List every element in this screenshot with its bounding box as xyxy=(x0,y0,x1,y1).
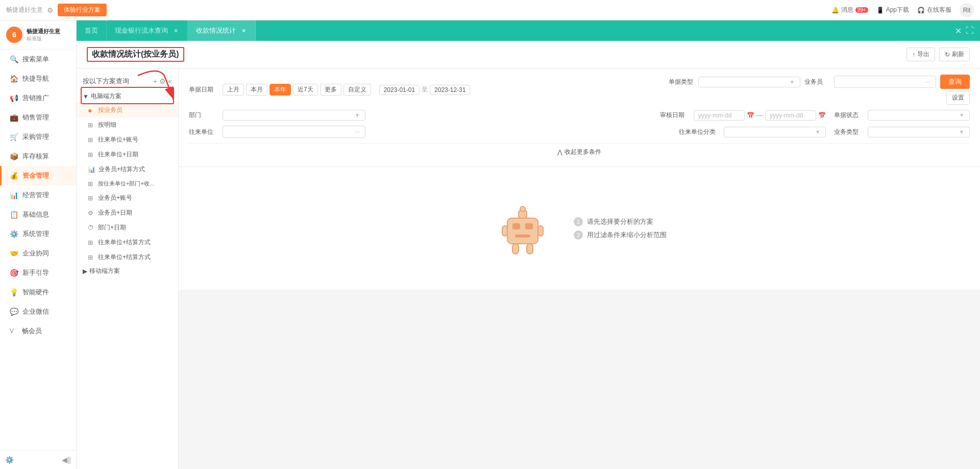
briefcase-icon: 💼 xyxy=(10,113,18,122)
user-avatar[interactable]: Rit xyxy=(960,3,974,17)
date-range: 2023-01-01 至 2023-12-31 xyxy=(379,85,471,95)
settings-scheme-icon[interactable]: ⚙ xyxy=(159,77,166,85)
sidebar-logo: 6 畅捷通好生意 标准版 xyxy=(0,20,76,50)
partner-category-select[interactable]: ▼ xyxy=(724,127,826,137)
online-service-group[interactable]: 🎧 在线客服 xyxy=(917,6,951,14)
menu-item-salesperson-settlement[interactable]: 📊 业务员+结算方式 xyxy=(77,162,178,177)
export-button[interactable]: ↑ 导出 xyxy=(906,48,935,61)
sidebar-item-wechat[interactable]: 💬 企业微信 xyxy=(0,302,76,321)
date-separator: 至 xyxy=(422,85,428,94)
doc-status-arrow: ▼ xyxy=(959,112,964,118)
audit-date-label: 审核日期 xyxy=(660,111,685,120)
trial-button[interactable]: 体验行业方案 xyxy=(58,4,107,16)
partner-more-icon[interactable]: ··· xyxy=(355,128,360,135)
refresh-button[interactable]: ↻ 刷新 xyxy=(939,48,970,61)
step-1-text: 请先选择要分析的方案 xyxy=(587,217,653,226)
tab-bank-flow-close[interactable]: ✕ xyxy=(172,27,179,34)
menu-item-dept-date[interactable]: ⏱ 部门+日期 xyxy=(77,220,178,235)
date-tab-this-year[interactable]: 本年 xyxy=(270,84,291,96)
date-label: 单据日期 xyxy=(189,85,214,94)
close-window-icon[interactable]: ✕ xyxy=(955,26,962,36)
notification-group[interactable]: 🔔 消息 99+ xyxy=(831,6,868,14)
right-panel: 单据日期 上月 本月 本年 近7天 更多 自定义 2023-01-01 至 xyxy=(179,68,980,469)
pc-section-title[interactable]: ▼ 电脑端方案 xyxy=(77,90,178,103)
partner-select[interactable]: ··· xyxy=(223,126,365,138)
audit-date-from[interactable]: yyyy-mm-dd xyxy=(694,110,745,121)
collapse-filter-btn[interactable]: ⋀ 收起更多条件 xyxy=(189,143,970,160)
salesperson-icon: ● xyxy=(88,106,95,114)
sidebar-item-system[interactable]: ⚙️ 系统管理 xyxy=(0,224,76,244)
menu-item-by-salesperson[interactable]: ● 按业务员 xyxy=(77,103,178,118)
mobile-section-title[interactable]: ▶ 移动端方案 xyxy=(77,265,178,277)
date-from[interactable]: 2023-01-01 xyxy=(379,85,420,95)
sidebar-item-operations[interactable]: 📊 经营管理 xyxy=(0,185,76,205)
svg-rect-9 xyxy=(527,244,533,254)
menu-item-partner-dept[interactable]: ⊞ 按往来单位+部门+收... xyxy=(77,177,178,191)
refresh-icon: ↻ xyxy=(945,51,950,58)
sidebar-item-enterprise[interactable]: 🤝 企业协同 xyxy=(0,244,76,263)
sidebar-item-purchase[interactable]: 🛒 采购管理 xyxy=(0,127,76,147)
salesperson-select[interactable]: ··· xyxy=(834,76,936,88)
audit-to-calendar-icon[interactable]: 📅 xyxy=(818,112,826,119)
menu-item-partner-date[interactable]: ⊞ 往来单位+日期 xyxy=(77,147,178,162)
partner-label: 往来单位 xyxy=(189,128,214,136)
tab-bar-right: ✕ ⛶ xyxy=(955,26,980,36)
maximize-window-icon[interactable]: ⛶ xyxy=(966,26,974,35)
menu-item-by-detail[interactable]: ⊞ 按明细 xyxy=(77,118,178,132)
tab-collection-stats-close[interactable]: ✕ xyxy=(240,27,247,34)
empty-robot-icon xyxy=(492,198,553,259)
svg-rect-0 xyxy=(507,218,538,244)
date-tab-custom[interactable]: 自定义 xyxy=(344,84,371,96)
tab-bank-flow[interactable]: 现金银行流水查询 ✕ xyxy=(107,20,188,41)
doc-status-select[interactable]: ▼ xyxy=(868,110,970,121)
mobile-section-label: 移动端方案 xyxy=(89,267,120,275)
sidebar-item-label: 采购管理 xyxy=(22,132,49,142)
sidebar-item-basic-info[interactable]: 📋 基础信息 xyxy=(0,205,76,224)
sidebar-item-finance[interactable]: 💰 资金管理 xyxy=(0,166,76,185)
audit-date-to[interactable]: yyyy-mm-dd xyxy=(765,110,816,121)
menu-item-partner-settlement2[interactable]: ⊞ 往来单位+结算方式 xyxy=(77,250,178,265)
app-download-label: App下载 xyxy=(886,6,909,14)
menu-item-salesperson-date[interactable]: ⚙ 业务员+日期 xyxy=(77,205,178,220)
sidebar-nav: 🔍 搜索菜单 🏠 快捷导航 📢 营销推广 💼 销售管理 🛒 采购管理 📦 xyxy=(0,50,76,450)
settings-icon[interactable]: ⚙ xyxy=(47,6,54,14)
date-tab-last-month[interactable]: 上月 xyxy=(223,84,244,96)
query-button[interactable]: 查询 xyxy=(940,75,970,89)
date-tab-last7[interactable]: 近7天 xyxy=(293,84,318,96)
audit-from-calendar-icon[interactable]: 📅 xyxy=(747,112,754,119)
menu-item-salesperson-account[interactable]: ⊞ 业务员+账号 xyxy=(77,191,178,205)
sidebar-item-label: 快捷导航 xyxy=(22,74,49,83)
box-icon: 📦 xyxy=(10,152,18,160)
dept-select[interactable]: ▼ xyxy=(223,110,365,121)
collapse-panel-icon[interactable]: « xyxy=(168,77,172,85)
collapse-sidebar-icon[interactable]: ◀|| xyxy=(62,456,71,464)
tab-home[interactable]: 首页 xyxy=(77,20,107,41)
menu-item-partner-settlement1[interactable]: ⊞ 往来单位+结算方式 xyxy=(77,235,178,250)
sidebar-item-quick-nav[interactable]: 🏠 快捷导航 xyxy=(0,69,76,88)
date-to[interactable]: 2023-12-31 xyxy=(430,85,470,95)
settings-small-button[interactable]: 设置 xyxy=(946,91,970,105)
doc-type-select[interactable]: ▼ xyxy=(698,77,800,87)
sidebar-item-sales[interactable]: 💼 销售管理 xyxy=(0,108,76,127)
notification-label: 消息 xyxy=(841,6,853,14)
dept-label: 部门 xyxy=(189,111,214,120)
menu-item-label: 往来单位+结算方式 xyxy=(98,238,151,247)
sidebar-item-member[interactable]: V 畅会员 xyxy=(0,321,76,341)
target-icon: 🎯 xyxy=(10,269,18,277)
page-actions: ↑ 导出 ↻ 刷新 xyxy=(906,48,970,61)
sidebar-item-smart-hw[interactable]: 💡 智能硬件 xyxy=(0,283,76,302)
tab-collection-stats[interactable]: 收款情况统计 ✕ xyxy=(188,20,256,41)
bottom-settings-icon[interactable]: ⚙️ xyxy=(5,456,14,464)
biz-type-select[interactable]: ▼ xyxy=(868,127,970,137)
sidebar-item-guide[interactable]: 🎯 新手引导 xyxy=(0,263,76,283)
sidebar-item-inventory[interactable]: 📦 库存核算 xyxy=(0,147,76,166)
date-tab-more[interactable]: 更多 xyxy=(320,84,341,96)
salesperson-more-icon[interactable]: ··· xyxy=(925,78,930,85)
add-scheme-icon[interactable]: + xyxy=(153,77,157,85)
app-download-group[interactable]: 📱 App下载 xyxy=(876,6,909,14)
audit-date-separator: — xyxy=(756,111,763,119)
date-tab-this-month[interactable]: 本月 xyxy=(246,84,267,96)
menu-item-partner-account[interactable]: ⊞ 往来单位+账号 xyxy=(77,132,178,147)
sidebar-item-search[interactable]: 🔍 搜索菜单 xyxy=(0,50,76,69)
sidebar-item-marketing[interactable]: 📢 营销推广 xyxy=(0,88,76,108)
